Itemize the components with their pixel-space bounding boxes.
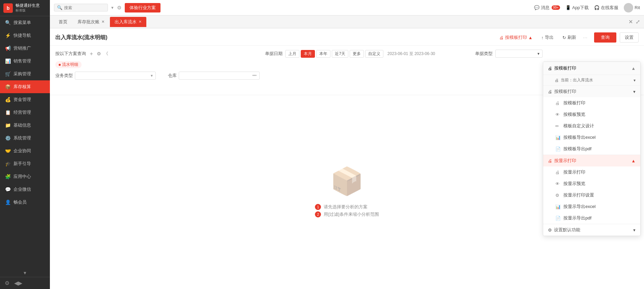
tab-batch-ledger[interactable]: 库存批次账 ✕ bbox=[73, 17, 109, 27]
settings-icon[interactable]: ⚙ bbox=[5, 280, 9, 286]
doc-type-select[interactable]: ▾ bbox=[495, 50, 543, 58]
section-chevron-down: ▾ bbox=[633, 89, 636, 94]
display-print-item[interactable]: 🖨 按显示打印 bbox=[543, 166, 640, 178]
set-default-btn[interactable]: ⚙ 设置默认功能 ▾ bbox=[543, 224, 640, 236]
chevron-up-icon: ▲ bbox=[528, 35, 533, 40]
warehouse-field: 仓库 ••• bbox=[168, 72, 260, 80]
page-content: 出入库流水(流水明细) 🖨 按模板打印 ▲ ↑ 导出 ↻ 刷新 ⋯ 查询 设置 bbox=[50, 28, 644, 289]
date-btn-last-month[interactable]: 上月 bbox=[285, 50, 299, 58]
sidebar-item-search[interactable]: 🔍 搜索菜单 bbox=[0, 16, 50, 29]
chevron-down-icon-4: ▾ bbox=[633, 228, 636, 233]
template-preview-item[interactable]: 👁 按模板预览 bbox=[543, 109, 640, 120]
sidebar-scroll-down[interactable]: ▼ bbox=[0, 269, 50, 277]
tip-text-2: 用[过滤]条件来缩小分析范围 bbox=[324, 211, 379, 217]
purchase-icon: 🛒 bbox=[5, 71, 11, 77]
window-close-icon[interactable]: ✕ bbox=[628, 19, 633, 25]
collapse-icon[interactable]: ◀▶ bbox=[14, 280, 22, 286]
sidebar-item-member[interactable]: 👤 畅会员 bbox=[0, 196, 50, 209]
main-area: 🔍 ▾ ⚙ 体验行业方案 💬 消息 99+ 📱 App下载 🎧 在线客服 R bbox=[50, 0, 644, 289]
header-search[interactable]: 🔍 bbox=[54, 4, 108, 11]
sidebar-item-marketing[interactable]: 📢 营销推广 bbox=[0, 42, 50, 55]
sidebar-nav: 🔍 搜索菜单 ⚡ 快捷导航 📢 营销推广 📊 销售管理 🛒 采购管理 📦 库存核… bbox=[0, 16, 50, 269]
tabs-bar: 首页 库存批次账 ✕ 出入库流水 ✕ ✕ ⤢ bbox=[50, 16, 644, 28]
print-dropdown-panel: 🖨 按模板打印 ▲ 🖨 当前：出入库流水 ▾ 🖨 按模板打印 ▾ bbox=[543, 61, 641, 236]
template-print-header[interactable]: 🖨 按模板打印 ▾ bbox=[543, 86, 640, 97]
sidebar-item-purchase[interactable]: 🛒 采购管理 bbox=[0, 68, 50, 80]
settings-btn[interactable]: 设置 bbox=[620, 32, 639, 43]
set-default-label: 设置默认功能 bbox=[554, 227, 633, 233]
sidebar-label-basic: 基础信息 bbox=[13, 122, 31, 128]
refresh-btn[interactable]: ↻ 刷新 bbox=[560, 33, 579, 42]
printer-icon: 🖨 bbox=[499, 35, 504, 40]
export-btn[interactable]: ↑ 导出 bbox=[539, 33, 557, 42]
template-excel-item[interactable]: 📊 按模板导出excel bbox=[543, 132, 640, 143]
tab-home[interactable]: 首页 bbox=[54, 17, 72, 27]
filter-collapse-btn[interactable]: 《 bbox=[104, 51, 108, 57]
tab-flow-close[interactable]: ✕ bbox=[139, 20, 142, 24]
default-icon: ⚙ bbox=[548, 228, 552, 233]
window-expand-icon[interactable]: ⤢ bbox=[636, 19, 640, 25]
sidebar-item-operations[interactable]: 📋 经营管理 bbox=[0, 106, 50, 119]
search-input[interactable] bbox=[64, 5, 105, 10]
display-pdf-item[interactable]: 📄 按显示导出pdf bbox=[543, 212, 640, 224]
sidebar-item-appcenter[interactable]: 🧩 应用中心 bbox=[0, 170, 50, 183]
sidebar-label-member: 畅会员 bbox=[13, 199, 27, 205]
header-dropdown-arrow[interactable]: ▾ bbox=[111, 5, 114, 10]
business-type-select[interactable]: ▾ bbox=[75, 72, 156, 80]
sidebar-item-finance[interactable]: 💰 资金管理 bbox=[0, 93, 50, 106]
preview-item-icon-2: 👁 bbox=[555, 181, 561, 186]
page-title: 出入库流水(流水明细) bbox=[55, 34, 108, 41]
display-print-header-label: 按显示打印 bbox=[554, 158, 631, 164]
online-service-btn[interactable]: 🎧 在线客服 bbox=[594, 5, 618, 11]
edition-label: 标准版 bbox=[16, 8, 40, 13]
sidebar-item-system[interactable]: ⚙️ 系统管理 bbox=[0, 132, 50, 144]
filter-add-btn[interactable]: ＋ bbox=[89, 50, 94, 57]
sidebar-item-inventory[interactable]: 📦 库存核算 bbox=[0, 80, 50, 93]
sidebar-label-operations: 经营管理 bbox=[13, 109, 31, 115]
sidebar-item-guide[interactable]: 🎓 新手引导 bbox=[0, 157, 50, 170]
empty-illustration: 📦 bbox=[330, 165, 364, 197]
sidebar-item-wechat[interactable]: 💬 企业微信 bbox=[0, 183, 50, 196]
template-preview-label: 按模板预览 bbox=[563, 111, 585, 117]
template-print-item[interactable]: 🖨 按模板打印 bbox=[543, 97, 640, 109]
warehouse-select[interactable]: ••• bbox=[179, 72, 260, 80]
display-print-settings-item[interactable]: ⚙ 按显示打印设置 bbox=[543, 189, 640, 201]
warehouse-label: 仓库 bbox=[168, 73, 177, 79]
date-btn-current-year[interactable]: 本年 bbox=[316, 50, 330, 58]
header-gear-icon[interactable]: ⚙ bbox=[117, 5, 121, 11]
date-btn-current-month[interactable]: 本月 bbox=[301, 50, 315, 58]
user-avatar-btn[interactable]: Rit bbox=[624, 3, 640, 12]
industry-btn[interactable]: 体验行业方案 bbox=[125, 3, 160, 12]
display-print-header[interactable]: 🖨 按显示打印 ▲ bbox=[543, 155, 640, 166]
sidebar-label-guide: 新手引导 bbox=[13, 161, 31, 167]
template-pdf-label: 按模板导出pdf bbox=[563, 146, 591, 152]
message-btn[interactable]: 💬 消息 99+ bbox=[534, 5, 560, 11]
display-excel-item[interactable]: 📊 按显示导出excel bbox=[543, 201, 640, 212]
print-template-btn[interactable]: 🖨 按模板打印 ▲ bbox=[497, 33, 535, 42]
dropdown-title: 按模板打印 bbox=[554, 65, 576, 71]
display-print-section: 🖨 按显示打印 ▲ 🖨 按显示打印 👁 按显示预览 ⚙ 按显示打印设置 bbox=[543, 155, 640, 224]
template-pdf-item[interactable]: 📄 按模板导出pdf bbox=[543, 143, 640, 155]
sidebar-label-inventory: 库存核算 bbox=[13, 84, 31, 90]
search-icon: 🔍 bbox=[57, 5, 62, 10]
pdf-icon-1: 📄 bbox=[555, 147, 561, 152]
date-btn-custom[interactable]: 自定义 bbox=[365, 50, 383, 58]
sidebar-item-basic[interactable]: 📁 基础信息 bbox=[0, 119, 50, 132]
tab-batch-ledger-label: 库存批次账 bbox=[78, 19, 99, 25]
display-preview-item[interactable]: 👁 按显示预览 bbox=[543, 178, 640, 189]
chevron-down-icon-2: ▾ bbox=[151, 73, 153, 78]
sidebar-item-enterprise[interactable]: 🤝 企业协同 bbox=[0, 144, 50, 157]
app-download-btn[interactable]: 📱 App下载 bbox=[565, 5, 589, 11]
sidebar-item-sales[interactable]: 📊 销售管理 bbox=[0, 55, 50, 68]
date-btn-more[interactable]: 更多 bbox=[350, 50, 364, 58]
filter-settings-btn[interactable]: ⚙ bbox=[97, 51, 101, 56]
username-label: Rit bbox=[635, 5, 640, 10]
pdf-icon-2: 📄 bbox=[555, 216, 561, 221]
date-btn-last-7days[interactable]: 近7天 bbox=[332, 50, 348, 58]
query-btn[interactable]: 查询 bbox=[594, 32, 616, 43]
template-excel-label: 按模板导出excel bbox=[563, 134, 595, 140]
tab-flow[interactable]: 出入库流水 ✕ bbox=[110, 17, 146, 27]
tab-batch-ledger-close[interactable]: ✕ bbox=[101, 20, 105, 24]
template-custom-item[interactable]: ✏ 模板自定义设计 bbox=[543, 120, 640, 132]
sidebar-item-quick-nav[interactable]: ⚡ 快捷导航 bbox=[0, 29, 50, 42]
